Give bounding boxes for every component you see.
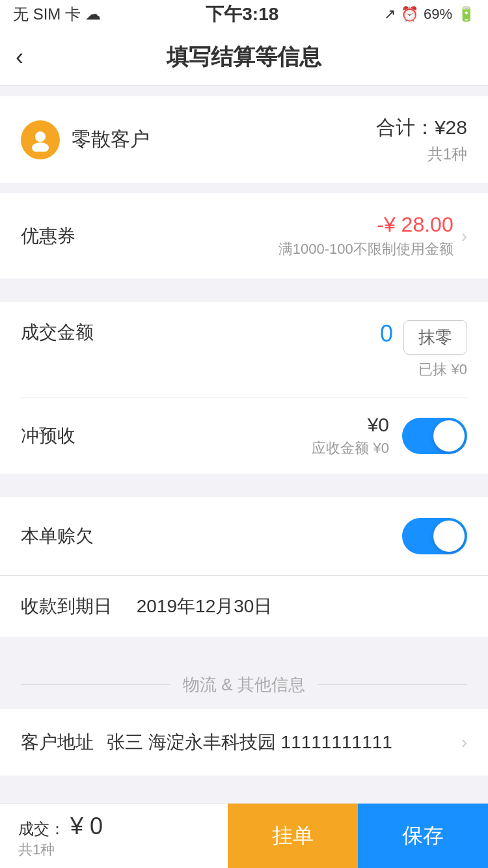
svg-point-0 <box>35 131 46 142</box>
deal-amount-label: 成交金额 <box>21 320 94 345</box>
status-left: 无 SIM 卡 ☁ <box>13 4 101 25</box>
sim-status: 无 SIM 卡 ☁ <box>13 4 101 25</box>
chevron-right-icon: › <box>461 226 467 247</box>
prepay-value-area: ¥0 应收金额 ¥0 <box>312 414 389 458</box>
address-value: 张三 海淀永丰科技园 11111111111 <box>107 730 454 755</box>
customer-name: 零散客户 <box>72 126 150 153</box>
save-button[interactable]: 保存 <box>358 804 488 869</box>
section-gap-1 <box>0 289 488 302</box>
prepay-amount: ¥0 <box>312 414 389 436</box>
prepay-right: ¥0 应收金额 ¥0 <box>312 414 467 458</box>
address-row[interactable]: 客户地址 张三 海淀永丰科技园 11111111111 › <box>0 709 488 776</box>
due-date-label: 收款到期日 <box>21 596 112 616</box>
total-amount: 合计：¥28 <box>376 115 467 141</box>
arrears-label: 本单赊欠 <box>21 524 94 549</box>
battery-level: 69% <box>424 6 452 23</box>
coupon-right: -¥ 28.00 满1000-100不限制使用金额 › <box>278 213 467 259</box>
due-date-row: 收款到期日 2019年12月30日 <box>0 575 488 637</box>
address-card[interactable]: 客户地址 张三 海淀永丰科技园 11111111111 › <box>0 709 488 776</box>
prepay-sub: 应收金额 ¥0 <box>312 439 389 458</box>
prepay-label: 冲预收 <box>21 424 75 448</box>
section-gap-2 <box>0 484 488 497</box>
bottom-info: 成交： ¥ 0 共1种 <box>0 813 228 860</box>
alarm-icon: ⏰ <box>401 6 418 23</box>
svg-point-1 <box>32 142 49 152</box>
deal-value-area: 0 抹零 <box>380 320 467 355</box>
section-gap-3 <box>0 647 488 660</box>
back-button[interactable]: ‹ <box>16 44 23 71</box>
coupon-label: 优惠券 <box>21 224 75 249</box>
coupon-text: -¥ 28.00 满1000-100不限制使用金额 <box>278 213 454 259</box>
coupon-card[interactable]: 优惠券 -¥ 28.00 满1000-100不限制使用金额 › <box>0 193 488 278</box>
customer-card: 零散客户 合计：¥28 共1种 <box>0 96 488 183</box>
customer-total: 合计：¥28 共1种 <box>376 115 467 165</box>
prepay-toggle[interactable] <box>402 418 467 454</box>
bottom-deal-value: ¥ 0 <box>70 813 103 840</box>
arrears-row: 本单赊欠 <box>0 497 488 575</box>
customer-row: 零散客户 合计：¥28 共1种 <box>0 96 488 183</box>
logistics-line-left <box>21 685 170 685</box>
status-right: ↗ ⏰ 69% 🔋 <box>384 6 475 23</box>
bottom-bar: 成交： ¥ 0 共1种 挂单 保存 <box>0 803 488 868</box>
coupon-desc: 满1000-100不限制使用金额 <box>278 239 454 259</box>
status-bar: 无 SIM 卡 ☁ 下午3:18 ↗ ⏰ 69% 🔋 <box>0 0 488 29</box>
arrears-toggle-knob <box>433 521 465 552</box>
battery-icon: 🔋 <box>457 6 475 23</box>
coupon-amount: -¥ 28.00 <box>278 213 454 237</box>
status-time: 下午3:18 <box>206 2 278 27</box>
bottom-deal-count: 共1种 <box>18 840 210 860</box>
logistics-line-right <box>318 685 467 685</box>
deal-sub: 已抹 ¥0 <box>418 360 467 379</box>
arrears-toggle[interactable] <box>402 518 467 554</box>
prepay-row: 冲预收 ¥0 应收金额 ¥0 <box>0 398 488 474</box>
total-count: 共1种 <box>376 144 467 165</box>
due-date-value: 2019年12月30日 <box>137 596 273 616</box>
bottom-deal-label: 成交： <box>18 819 65 839</box>
customer-left: 零散客户 <box>21 120 150 159</box>
location-icon: ↗ <box>384 6 396 23</box>
erase-button[interactable]: 抹零 <box>403 320 467 355</box>
toggle-knob <box>433 420 465 452</box>
address-label: 客户地址 <box>21 730 94 755</box>
logistics-section: 物流 & 其他信息 <box>0 660 488 709</box>
nav-bar: ‹ 填写结算等信息 <box>0 29 488 86</box>
page-title: 填写结算等信息 <box>167 42 321 72</box>
logistics-label: 物流 & 其他信息 <box>183 673 305 696</box>
deal-amount-value: 0 <box>380 320 393 347</box>
arrears-card: 本单赊欠 收款到期日 2019年12月30日 <box>0 497 488 637</box>
deal-amount-row: 成交金额 0 抹零 已抹 ¥0 <box>0 302 488 398</box>
pending-button[interactable]: 挂单 <box>228 804 358 869</box>
coupon-row[interactable]: 优惠券 -¥ 28.00 满1000-100不限制使用金额 › <box>0 193 488 278</box>
address-chevron-icon: › <box>461 732 467 753</box>
avatar <box>21 120 60 159</box>
deal-amount-card: 成交金额 0 抹零 已抹 ¥0 冲预收 ¥0 应收金额 ¥0 <box>0 302 488 474</box>
